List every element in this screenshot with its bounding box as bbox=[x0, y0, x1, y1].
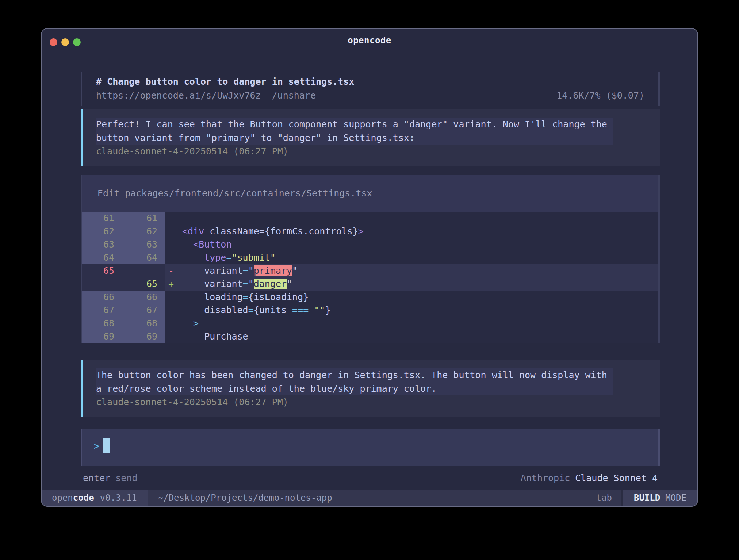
diff-marker: - bbox=[165, 264, 182, 277]
diff-row: 6767 disabled={units === ""} bbox=[82, 304, 658, 317]
assistant-message-text: The button color has been changed to dan… bbox=[96, 368, 613, 395]
app-version-chip: opencodev0.3.11 bbox=[42, 490, 148, 506]
close-window-button[interactable] bbox=[50, 38, 57, 46]
diff-view: 6161 6262 <div className={formCs.control… bbox=[82, 212, 658, 343]
diff-marker: + bbox=[165, 277, 182, 291]
footer-hints: entersend AnthropicClaude Sonnet 4 bbox=[81, 472, 660, 484]
session-subheader: https://opencode.ai/s/UwJxv76z/unshare 1… bbox=[96, 89, 644, 103]
old-line-number: 61 bbox=[82, 212, 119, 225]
old-line-number: 67 bbox=[82, 304, 119, 317]
diff-row: 65+ variant="danger" bbox=[82, 277, 658, 291]
status-bar: opencodev0.3.11 ~/Desktop/Projects/demo-… bbox=[42, 490, 697, 506]
new-line-number: 69 bbox=[119, 330, 165, 343]
mode-label: MODE bbox=[665, 493, 686, 503]
session-header: # Change button color to danger in setti… bbox=[81, 72, 660, 106]
mode-name: BUILD bbox=[634, 493, 660, 503]
old-line-number: 69 bbox=[82, 330, 119, 343]
code-line: disabled={units === ""} bbox=[182, 304, 330, 317]
minimize-window-button[interactable] bbox=[61, 38, 69, 46]
edit-tool-card: Edit packages/frontend/src/containers/Se… bbox=[81, 175, 660, 343]
working-directory: ~/Desktop/Projects/demo-notes-app bbox=[158, 493, 332, 503]
provider-name: Anthropic bbox=[521, 473, 570, 483]
keybind-key: enter bbox=[83, 473, 110, 483]
new-line-number: 64 bbox=[119, 251, 165, 264]
old-line-number: 65 bbox=[82, 264, 119, 277]
assistant-message: The button color has been changed to dan… bbox=[81, 360, 660, 417]
tab-key-hint[interactable]: tab bbox=[596, 493, 612, 503]
diff-row: 6161 bbox=[82, 212, 658, 225]
code-line: > bbox=[182, 317, 199, 330]
app-name-open: open bbox=[52, 493, 73, 503]
diff-row: 6464 type="submit" bbox=[82, 251, 658, 264]
new-line-number: 68 bbox=[119, 317, 165, 330]
text-cursor bbox=[103, 438, 110, 453]
diff-marker bbox=[165, 304, 182, 317]
keybind-hint: entersend bbox=[83, 472, 137, 484]
diff-marker bbox=[165, 291, 182, 304]
session-title: # Change button color to danger in setti… bbox=[96, 75, 644, 89]
code-line: <Button bbox=[182, 238, 231, 251]
old-line-number: 68 bbox=[82, 317, 119, 330]
new-line-number: 62 bbox=[119, 225, 165, 238]
code-line: <div className={formCs.controls}> bbox=[182, 225, 364, 238]
new-line-number: 65 bbox=[119, 277, 165, 291]
status-bar-right: tab BUILDMODE bbox=[596, 490, 697, 506]
session-content: # Change button color to danger in setti… bbox=[81, 53, 660, 484]
diff-row: 65- variant="primary" bbox=[82, 264, 658, 277]
model-name: Claude Sonnet 4 bbox=[575, 473, 658, 483]
model-timestamp: claude-sonnet-4-20250514 (06:27 PM) bbox=[96, 145, 647, 158]
old-line-number: 63 bbox=[82, 238, 119, 251]
diff-marker bbox=[165, 238, 182, 251]
diff-row: 6262 <div className={formCs.controls}> bbox=[82, 225, 658, 238]
edit-tool-header: Edit packages/frontend/src/containers/Se… bbox=[82, 175, 658, 212]
traffic-lights bbox=[50, 38, 81, 46]
diff-marker bbox=[165, 317, 182, 330]
unshare-command[interactable]: /unshare bbox=[272, 90, 316, 101]
mode-indicator[interactable]: BUILDMODE bbox=[621, 490, 697, 506]
new-line-number: 61 bbox=[119, 212, 165, 225]
share-row: https://opencode.ai/s/UwJxv76z/unshare bbox=[96, 89, 316, 103]
code-line: Purchase bbox=[182, 330, 248, 343]
code-line: type="submit" bbox=[182, 251, 276, 264]
code-line: variant="danger" bbox=[182, 277, 292, 291]
new-line-number: 67 bbox=[119, 304, 165, 317]
new-line-number: 66 bbox=[119, 291, 165, 304]
code-line: variant="primary" bbox=[182, 264, 298, 277]
window-titlebar[interactable]: opencode bbox=[42, 29, 697, 52]
token-usage: 14.6K/7% ($0.07) bbox=[556, 89, 644, 103]
new-line-number bbox=[119, 264, 165, 277]
model-timestamp: claude-sonnet-4-20250514 (06:27 PM) bbox=[96, 395, 647, 409]
zoom-window-button[interactable] bbox=[73, 38, 81, 46]
code-line: loading={isLoading} bbox=[182, 291, 309, 304]
keybind-action: send bbox=[115, 473, 137, 483]
prompt-input[interactable]: > bbox=[81, 429, 660, 466]
old-line-number: 64 bbox=[82, 251, 119, 264]
app-name-code: code bbox=[73, 493, 94, 503]
diff-marker bbox=[165, 212, 182, 225]
prompt-symbol: > bbox=[94, 438, 100, 454]
window-title: opencode bbox=[348, 35, 391, 46]
old-line-number bbox=[82, 277, 119, 291]
diff-marker bbox=[165, 330, 182, 343]
assistant-message: Perfect! I can see that the Button compo… bbox=[81, 109, 660, 166]
old-line-number: 66 bbox=[82, 291, 119, 304]
model-indicator: AnthropicClaude Sonnet 4 bbox=[521, 472, 658, 484]
diff-row: 6666 loading={isLoading} bbox=[82, 291, 658, 304]
new-line-number: 63 bbox=[119, 238, 165, 251]
diff-marker bbox=[165, 251, 182, 264]
diff-marker bbox=[165, 225, 182, 238]
share-url-link[interactable]: https://opencode.ai/s/UwJxv76z bbox=[96, 90, 261, 101]
app-version: v0.3.11 bbox=[100, 493, 137, 503]
diff-row: 6868 > bbox=[82, 317, 658, 330]
diff-row: 6363 <Button bbox=[82, 238, 658, 251]
opencode-terminal-window: opencode # Change button color to danger… bbox=[41, 28, 698, 507]
diff-row: 6969 Purchase bbox=[82, 330, 658, 343]
assistant-message-text: Perfect! I can see that the Button compo… bbox=[96, 118, 613, 145]
old-line-number: 62 bbox=[82, 225, 119, 238]
